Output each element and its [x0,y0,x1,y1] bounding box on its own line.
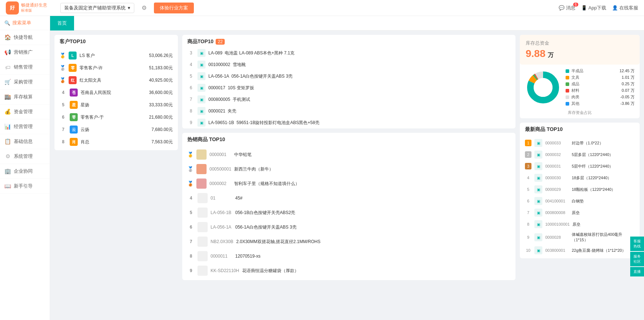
rank-name: LS 客户 [80,53,146,59]
rank-num: 7 [187,97,195,102]
trial-button[interactable]: 体验行业方案 [154,3,194,13]
search-icon: 🔍 [4,20,10,26]
product-info: 001000002 雪地靴 [208,62,510,68]
product-name: 原垒 [572,222,635,227]
customer-rank-item: 4 苍 苍南县人民医院 36,600.00元 [54,86,178,99]
search-menu-button[interactable]: 🔍 搜索菜单 [0,16,50,30]
sidebar-item-finance[interactable]: 💰 资金管理 [0,104,50,119]
purchase-icon: 🛒 [4,79,11,85]
mid-panel: 商品TOP10 22 3 ▣ LA-089 电池盖 LA-089 ABS本色+黑… [182,35,515,316]
product-name: 雪地靴 [233,62,246,67]
legend-label: 半成品 [571,68,617,74]
legend-value: 1.01 万 [622,75,635,80]
product-code: 0000033 [545,141,569,145]
new-product-item: 7 ▣ 000800008 原垒 [520,207,640,218]
product-name: 10S 变矩罗扳 [228,85,254,90]
new-products-title: 最新商品 TOP10 [525,126,563,133]
product-code: 0000011 [211,254,232,259]
system-select[interactable]: 装备及固定资产辅助管理系统 ▾ [60,3,134,13]
product-image [197,193,208,203]
rank-name: 零售客户-许 [80,65,146,71]
home-icon: 🏠 [4,34,11,41]
rank-value: 33,333.00元 [149,102,173,108]
float-buttons: 客服 热线 服务 社区 直播 [630,237,644,276]
product-image [196,179,207,189]
rank-value: 21,680.00元 [149,114,173,120]
guide-icon: 📖 [4,183,11,189]
product-code: 0000032 [545,152,569,157]
product-name: 12070519-xs [235,254,510,259]
main-layout: 🔍 搜索菜单 🏠 快捷导航 📢 营销推广 🏷 销售管理 🛒 采购管理 🏬 库存核… [0,16,644,320]
logo-icon: 好 [6,1,19,15]
hot-products-card: 热销商品 TOP10 🥇 0000001 中华铅笔 🥈 000500001 [182,133,515,280]
left-panel: 客户TOP10 🥇 L LS 客户 53,006.26元 🥈 零 零售客户- [54,35,178,316]
product-rank-item: 6 ▣ 0000017 10S 变矩罗扳 [182,82,515,94]
product-image [197,237,208,247]
customer-service-button[interactable]: 客服 热线 [630,237,644,251]
product-name: 智利车子里（规格不知道填什么） [234,181,510,187]
product-code: 0000029 [545,187,569,192]
product-code: 000800005 [208,97,230,102]
product-code: KK-SD22110H [211,268,239,273]
sidebar-item-quick-nav[interactable]: 🏠 快捷导航 [0,30,50,45]
rank-num: 3 [187,50,195,56]
sidebar-item-purchase[interactable]: 🛒 采购管理 [0,75,50,90]
rank-avatar: L [69,52,77,60]
legend-value: -3.86 万 [620,101,635,106]
legend-value: -0.05 万 [620,94,635,100]
sidebar-item-label: 快捷导航 [14,34,33,41]
rank-num: 9 [187,120,195,125]
hot-products-header: 热销商品 TOP10 [182,133,515,145]
hot-product-item: 6 LA-056-1A 056-1A白色按键开关盖ABS 3壳 [182,220,515,234]
sidebar-item-marketing[interactable]: 📢 营销推广 [0,45,50,60]
product-name: 2.0X30MM双搓花轴,搓花直径2.1MM/ROHS [236,239,510,245]
new-product-item: 2 ▣ 0000032 5层多层（1220*2440） [520,149,640,160]
sidebar-item-label: 系统管理 [14,153,33,160]
online-service-button[interactable]: 👤 在线客服 [612,5,638,11]
legend-value: 0.07 万 [622,88,635,93]
sidebar-item-enterprise[interactable]: 🏢 企业协同 [0,164,50,179]
app-download-button[interactable]: 📱 App下载 [581,5,606,11]
sidebar-item-basic[interactable]: 📋 基础信息 [0,134,50,149]
product-rank-badge: 22 [216,39,225,45]
logo-text: 畅捷通好生意 [21,3,47,8]
sidebar-item-label: 新手引导 [14,183,33,189]
product-code: 0000021 [208,108,225,114]
customer-rank-item: 8 肖 肖总 7,563.00元 [54,136,178,148]
rank-num: 5 [60,102,67,107]
sidebar-item-label: 库存核算 [14,94,33,100]
system-icon: ⚙ [4,153,11,160]
legend-label: 文具 [571,75,620,80]
product-name: 体碱嘉枚味苏打饮品400毫升（1*15） [572,232,635,243]
rank-badge: 1 [525,140,531,146]
gear-button[interactable]: ⚙ [139,3,150,13]
rank-value: 36,600.00元 [149,90,173,96]
rank-name: 云扬 [81,127,148,133]
logo-text-wrap: 畅捷通好生意 标准版 [21,3,47,13]
product-code: 001000002 [208,62,230,67]
sidebar-item-system[interactable]: ⚙ 系统管理 [0,149,50,164]
service-community-button[interactable]: 服务 社区 [630,252,644,266]
logo-sub: 标准版 [21,8,47,13]
product-code: 0000030 [545,176,569,180]
inventory-icon: 🏬 [4,94,11,100]
rank-name: 红太阳文具 [80,77,146,83]
product-rank-list: 3 ▣ LA-089 电池盖 LA-089 ABS本色+黑种 7.1克 4 ▣ [182,47,515,128]
rank-badge: 5 [525,186,531,193]
product-info: LA-089 电池盖 LA-089 ABS本色+黑种 7.1克 [208,50,510,56]
message-button[interactable]: 💬 消息 6 [559,5,575,11]
tab-home[interactable]: 首页 [50,16,74,30]
sidebar-item-sales[interactable]: 🏷 销售管理 [0,60,50,75]
live-broadcast-button[interactable]: 直播 [630,267,644,276]
legend-color-dot [566,69,569,73]
product-rank-card: 商品TOP10 22 3 ▣ LA-089 电池盖 LA-089 ABS本色+黑… [182,35,515,128]
sidebar-item-guide[interactable]: 📖 新手引导 [0,179,50,194]
product-name: 原垒 [572,210,635,216]
sidebar-item-operation[interactable]: 📊 经营管理 [0,119,50,134]
product-code: 0000031 [545,164,569,168]
legend-item: 其他 -3.86 万 [566,101,635,106]
sidebar-item-inventory[interactable]: 🏬 库存核算 [0,90,50,104]
product-thumbnail: ▣ [197,72,205,80]
product-thumbnail: ▣ [197,95,205,103]
rank-badge: 7 [525,209,531,216]
